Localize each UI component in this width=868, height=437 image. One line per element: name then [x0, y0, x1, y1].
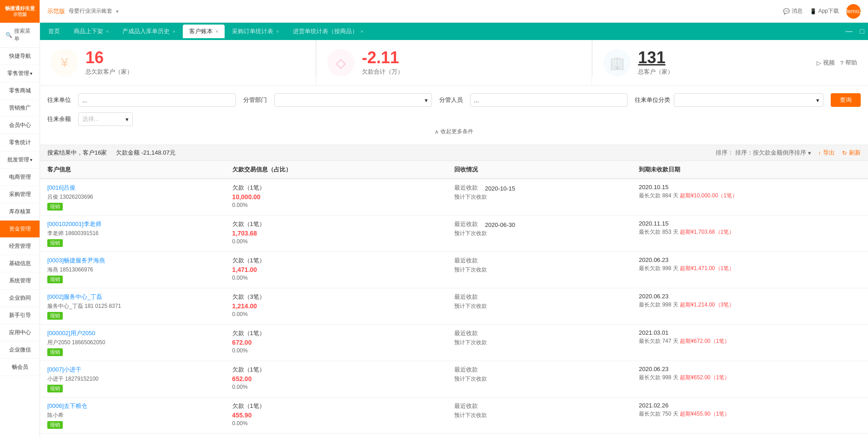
results-summary: 搜索结果中，客户16家 欠款金额 -21,148.07元	[47, 149, 176, 157]
summary-card-actions: ▷ 视频 ? 帮助	[817, 59, 857, 67]
client-tag-4: 现销	[47, 348, 63, 356]
overdue-link-5[interactable]: 超期¥652.00（1笔）	[680, 374, 730, 381]
tab-incoming-stats[interactable]: 进货单统计表（按商品） ×	[286, 25, 370, 38]
sidebar-item-system-mgmt[interactable]: 系统管理	[0, 272, 40, 290]
debt-amount-4[interactable]: 672.00	[232, 339, 454, 346]
table-body: [0016]吕俊 吕俊 13026203696 现销 欠款（1笔） 10,000…	[40, 179, 868, 437]
debt-amount-3[interactable]: 1,214.00	[232, 302, 454, 310]
overdue-link-4[interactable]: 超期¥672.00（1笔）	[680, 338, 730, 344]
debt-amount-2[interactable]: 1,471.00	[232, 266, 454, 273]
due-date-info-0: 2020.10.15 最长欠款 884 天 超期¥10,000.00（1笔）	[639, 184, 861, 211]
help-btn[interactable]: ? 帮助	[840, 59, 857, 67]
summary-info-2: -2.11 欠款合计（万）	[362, 50, 403, 76]
close-icon-tab5[interactable]: ×	[361, 29, 363, 34]
sidebar-item-marketing[interactable]: 营销推广	[0, 100, 40, 117]
window-minimize-btn[interactable]: —	[843, 27, 854, 35]
sidebar-item-inventory[interactable]: 库存核算	[0, 203, 40, 221]
export-button[interactable]: ↑ 导出	[818, 149, 835, 157]
user-avatar[interactable]: demo2	[846, 4, 861, 19]
app-logo: 畅捷通好生意 示范版	[0, 0, 40, 23]
debt-label-5: 欠款（1笔）	[232, 366, 454, 374]
sidebar-item-app-center[interactable]: 应用中心	[0, 324, 40, 342]
tab-production-history[interactable]: 产成品入库单历史 ×	[116, 25, 181, 38]
refresh-button[interactable]: ↻ 刷新	[842, 149, 861, 157]
summary-card-1: ¥ 16 总欠款客户（家）	[40, 40, 316, 85]
next-payment-3: 预计下次收款	[454, 302, 639, 310]
client-contact-4: 用户2050 18665062050	[47, 339, 232, 347]
sidebar-item-new-guide[interactable]: 新手引导	[0, 307, 40, 324]
last-payment-label-0: 最近收款	[454, 184, 478, 192]
client-tag-3: 现销	[47, 312, 63, 320]
sidebar-item-basic-info[interactable]: 基础信息	[0, 255, 40, 272]
close-icon-tab2[interactable]: ×	[172, 29, 175, 34]
tab-home[interactable]: 首页	[42, 25, 66, 38]
sidebar-item-batch-mgmt[interactable]: 批发管理 ▾	[0, 151, 40, 169]
sidebar-item-purchase-mgmt[interactable]: 采购管理	[0, 186, 40, 203]
summary-icon-3: 🏢	[603, 49, 631, 76]
sidebar-item-enterprise-collab[interactable]: 企业协同	[0, 290, 40, 307]
close-icon-tab4[interactable]: ×	[276, 29, 279, 34]
manager-input[interactable]: ...	[470, 93, 628, 107]
overdue-link-6[interactable]: 超期¥455.90（1笔）	[680, 411, 730, 417]
client-contact-1: 李老师 18600391516	[47, 230, 232, 237]
client-name-2[interactable]: [0003]畅捷服务尹海燕	[47, 256, 232, 265]
sidebar-item-operations[interactable]: 经营管理	[0, 238, 40, 255]
sidebar-item-member[interactable]: 会员中心	[0, 117, 40, 134]
close-icon-tab3[interactable]: ×	[216, 29, 218, 34]
sidebar-item-enterprise-wechat[interactable]: 企业微信	[0, 342, 40, 359]
client-contact-0: 吕俊 13026203696	[47, 193, 232, 201]
overdue-link-0[interactable]: 超期¥10,000.00（1笔）	[680, 192, 738, 199]
client-name-6[interactable]: [0006]去下粮仓	[47, 402, 232, 410]
video-icon: ▷	[817, 60, 821, 66]
debt-info-3: 欠款（3笔） 1,214.00 0.00%	[232, 293, 454, 320]
overdue-link-1[interactable]: 超期¥1,703.68（1笔）	[680, 229, 734, 235]
client-name-3[interactable]: [0002]服务中心_丁磊	[47, 293, 232, 301]
sidebar-item-retail-mgmt[interactable]: 零售管理 ▾	[0, 65, 40, 82]
collapse-button[interactable]: ∧ 收起更多条件	[435, 128, 473, 136]
sidebar: 畅捷通好生意 示范版 🔍 搜索菜单 快捷导航 零售管理 ▾ 零售商城 营销推广	[0, 0, 40, 437]
sidebar-item-finance[interactable]: 资金管理	[0, 221, 40, 238]
sidebar-item-quick-nav[interactable]: 快捷导航	[0, 48, 40, 65]
query-button[interactable]: 查询	[831, 93, 861, 107]
tab-products-offline[interactable]: 商品上下架 ×	[67, 25, 115, 38]
department-select[interactable]: ▾	[274, 93, 432, 107]
window-maximize-btn[interactable]: □	[858, 27, 866, 35]
col-header-due-date: 到期未收款日期	[639, 166, 861, 174]
debt-amount-5[interactable]: 652.00	[232, 375, 454, 382]
debt-amount-6[interactable]: 455.90	[232, 412, 454, 419]
recovery-info-6: 最近收款 预计下次收款	[454, 402, 639, 429]
recovery-info-5: 最近收款 预计下次收款	[454, 366, 639, 392]
close-icon-tab1[interactable]: ×	[106, 29, 109, 34]
sidebar-item-vip[interactable]: 畅会员	[0, 359, 40, 376]
balance-select[interactable]: 选择... ▾	[78, 112, 133, 126]
client-name-0[interactable]: [0016]吕俊	[47, 184, 232, 192]
sidebar-item-retail-mall[interactable]: 零售商城	[0, 82, 40, 100]
sidebar-item-ecommerce[interactable]: 电商管理	[0, 169, 40, 186]
search-icon: 🔍	[5, 32, 12, 38]
due-date-5: 2020.06.23	[639, 366, 861, 372]
unit-category-select[interactable]: ▾	[674, 93, 823, 107]
tab-purchase-orders[interactable]: 采购订单统计表 ×	[226, 25, 285, 38]
sidebar-item-retail-stats[interactable]: 零售统计	[0, 134, 40, 151]
debt-amount-1[interactable]: 1,703.68	[232, 230, 454, 237]
recovery-info-1: 最近收款 2020-06-30 预计下次收款	[454, 220, 639, 247]
message-btn[interactable]: 💬 消息	[783, 7, 803, 15]
from-unit-input[interactable]: ...	[78, 93, 236, 107]
tab-customer-account[interactable]: 客户账本 ×	[183, 25, 225, 38]
overdue-link-3[interactable]: 超期¥1,214.00（3笔）	[680, 301, 734, 308]
summary-info-3: 131 总客户（家）	[638, 50, 673, 76]
client-name-1[interactable]: [0001020001]李老师	[47, 220, 232, 228]
due-date-info-1: 2020.11.15 最长欠款 853 天 超期¥1,703.68（1笔）	[639, 220, 861, 247]
search-menu-btn[interactable]: 🔍 搜索菜单	[4, 25, 36, 45]
next-payment-6: 预计下次收款	[454, 412, 639, 419]
overdue-link-2[interactable]: 超期¥1,471.00（1笔）	[680, 265, 734, 271]
client-name-4[interactable]: [000002]用户2050	[47, 329, 232, 337]
client-name-5[interactable]: [0007]小进干	[47, 366, 232, 374]
sort-button[interactable]: 排序： 排序：按欠款金额倒序排序 ▾	[716, 149, 811, 157]
search-menu-item[interactable]: 🔍 搜索菜单	[0, 23, 40, 48]
debt-label-2: 欠款（1笔）	[232, 256, 454, 265]
app-download-btn[interactable]: 📱 App下载	[810, 7, 839, 15]
department-label: 分管部门	[243, 96, 271, 104]
video-btn[interactable]: ▷ 视频	[817, 59, 835, 67]
debt-amount-0[interactable]: 10,000.00	[232, 193, 454, 201]
